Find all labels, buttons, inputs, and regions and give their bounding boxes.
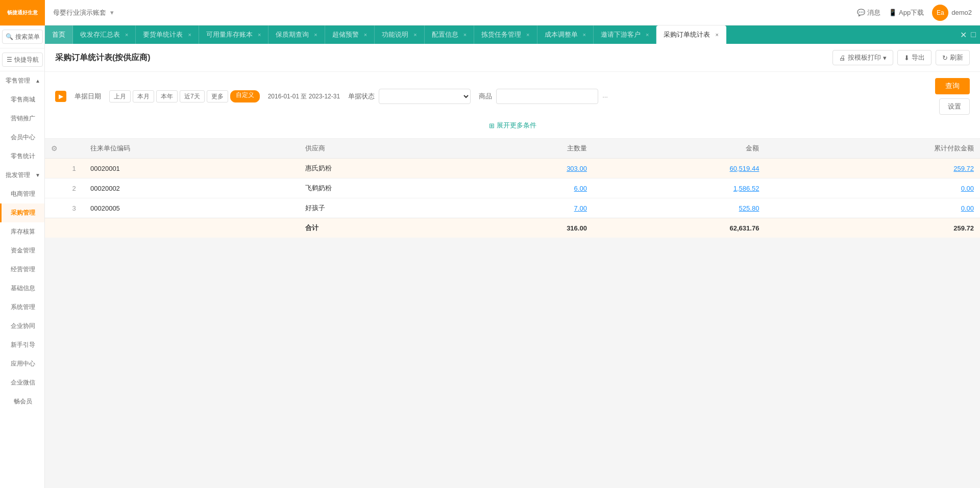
goods-filter-group: 商品 ···	[479, 89, 608, 104]
tab-close-shoufabuhui[interactable]: ×	[125, 32, 128, 38]
tab-close-caigoudantongjibiao[interactable]: ×	[715, 32, 718, 38]
sidebar-item-enterprise[interactable]: 企业协同	[0, 317, 44, 336]
message-button[interactable]: 💬 消息	[857, 8, 880, 17]
filter-toggle-button[interactable]: ▶	[55, 91, 66, 102]
row-paid-3[interactable]: 0.00	[765, 198, 980, 218]
status-select[interactable]	[379, 89, 471, 104]
row-supplier-2: 飞鹤奶粉	[299, 178, 459, 198]
row-main-qty-2[interactable]: 6.00	[459, 178, 593, 198]
sidebar-item-batch[interactable]: 批发管理▼	[0, 166, 44, 185]
sidebar-item-system[interactable]: 系统管理	[0, 298, 44, 317]
col-index-header	[64, 139, 84, 159]
tab-close-keyongliangkucunzhangben[interactable]: ×	[258, 32, 261, 38]
tab-chaochuyujing[interactable]: 超储预警×	[325, 25, 375, 44]
goods-more-icon[interactable]: ···	[602, 93, 608, 100]
sidebar-item-member[interactable]: 会员中心	[0, 128, 44, 147]
tab-bar-close-button[interactable]: ✕	[960, 30, 967, 40]
sidebar-item-vip[interactable]: 畅会员	[0, 392, 44, 411]
user-info-area[interactable]: Ea demo2	[932, 5, 972, 21]
tab-gongnengshuo[interactable]: 功能说明×	[375, 25, 424, 44]
sidebar-item-inventory[interactable]: 库存核算	[0, 222, 44, 241]
row-main-qty-3[interactable]: 7.00	[459, 198, 593, 218]
row-paid-2[interactable]: 0.00	[765, 178, 980, 198]
row-index-3: 3	[64, 198, 84, 218]
quick-nav-button[interactable]: ☰ 快捷导航	[2, 53, 43, 67]
row-main-qty-1[interactable]: 303.00	[459, 159, 593, 178]
row-settings-1	[45, 159, 64, 178]
row-paid-1[interactable]: 259.72	[765, 159, 980, 178]
tab-close-yaoqingxiayoukehupingjia[interactable]: ×	[646, 32, 649, 38]
app-download-button[interactable]: 📱 App下载	[889, 8, 924, 17]
date-quick-btns: 上月本月本年近7天更多自定义	[109, 90, 260, 102]
status-filter-group: 单据状态	[348, 89, 471, 104]
tab-close-gongnengshuo[interactable]: ×	[413, 32, 416, 38]
refresh-button[interactable]: ↻ 刷新	[936, 50, 970, 65]
date-btn-0[interactable]: 上月	[109, 90, 131, 102]
search-menu-button[interactable]: 🔍 搜索菜单	[2, 30, 43, 44]
date-btn-1[interactable]: 本月	[133, 90, 154, 102]
sidebar-item-wechat[interactable]: 企业微信	[0, 373, 44, 392]
footer-label: 合计	[299, 218, 459, 238]
workspace-dropdown-icon[interactable]: ▾	[110, 9, 114, 16]
row-amount-3[interactable]: 525.80	[593, 198, 765, 218]
row-amount-1[interactable]: 60,519.44	[593, 159, 765, 178]
sidebar-item-basic[interactable]: 基础信息	[0, 279, 44, 298]
tab-yaohuodanjitong[interactable]: 要货单统计表×	[136, 25, 199, 44]
date-btn-2[interactable]: 本年	[156, 90, 178, 102]
print-icon: 🖨	[839, 54, 846, 62]
sidebar-item-newguide[interactable]: 新手引导	[0, 336, 44, 354]
sidebar-item-purchase[interactable]: 采购管理	[0, 203, 44, 222]
sidebar-item-arrow-batch: ▼	[35, 172, 40, 178]
sidebar-item-arrow-zeroshop: ▲	[35, 78, 40, 84]
sidebar-item-ecommerce[interactable]: 电商管理	[0, 185, 44, 203]
sidebar-item-label-wechat: 企业微信	[11, 379, 35, 386]
sidebar-item-marketing[interactable]: 营销推广	[0, 109, 44, 128]
goods-input[interactable]	[496, 89, 598, 104]
table-footer-row: 合计 316.00 62,631.76 259.72	[45, 218, 980, 238]
sidebar-item-label-operation: 经营管理	[11, 266, 35, 273]
query-button[interactable]: 查询	[935, 78, 970, 94]
date-btn-3[interactable]: 近7天	[180, 90, 205, 102]
row-amount-2[interactable]: 1,586.52	[593, 178, 765, 198]
col-settings-icon[interactable]: ⚙	[51, 144, 58, 152]
header-right-area: 💬 消息 📱 App下载 Ea demo2	[857, 5, 972, 21]
tab-close-paihuorenwuguanli[interactable]: ×	[526, 32, 529, 38]
expand-more-button[interactable]: ⊞ 展开更多条件	[485, 119, 541, 132]
tab-home[interactable]: 首页	[45, 25, 73, 44]
date-btn-4[interactable]: 更多	[207, 90, 228, 102]
footer-empty-1	[45, 218, 64, 238]
workspace-selector-area[interactable]: 母婴行业演示账套 ▾	[53, 8, 114, 17]
date-custom-badge[interactable]: 自定义	[230, 90, 260, 102]
sidebar-item-label-zerostat: 零售统计	[11, 152, 35, 160]
tab-label-caigoudantongjibiao: 采购订单统计表	[664, 30, 710, 39]
tab-label-yaoqingxiayoukehupingjia: 邀请下游客户	[601, 30, 641, 39]
tab-caigoudantongjibiao[interactable]: 采购订单统计表×	[656, 25, 726, 44]
tab-close-chenbentiaozhen[interactable]: ×	[583, 32, 586, 38]
sidebar-item-zerostat[interactable]: 零售统计	[0, 147, 44, 166]
tab-shoufabuhui[interactable]: 收发存汇总表×	[73, 25, 136, 44]
sidebar-item-appcenter[interactable]: 应用中心	[0, 354, 44, 373]
tab-close-baozhaiqianchaxun[interactable]: ×	[314, 32, 317, 38]
tab-paihuorenwuguanli[interactable]: 拣货任务管理×	[474, 25, 537, 44]
tab-close-chaochuyujing[interactable]: ×	[364, 32, 367, 38]
tab-chenbentiaozhen[interactable]: 成本调整单×	[537, 25, 594, 44]
tab-close-peizhi[interactable]: ×	[463, 32, 467, 38]
sidebar-item-finance[interactable]: 资金管理	[0, 241, 44, 260]
sidebar-item-zeroshop[interactable]: 零售管理▲	[0, 71, 44, 90]
sidebar-item-label-appcenter: 应用中心	[11, 360, 35, 367]
export-button[interactable]: ⬇ 导出	[897, 50, 932, 65]
sidebar-item-operation[interactable]: 经营管理	[0, 260, 44, 279]
sidebar-item-zeroshop-child1[interactable]: 零售商城	[0, 90, 44, 109]
data-table: ⚙ 往来单位编码 供应商 主数量 金额 累计付款金额 1 00020001 惠氏…	[45, 139, 980, 238]
print-button[interactable]: 🖨 按模板打印 ▾	[832, 50, 893, 65]
tab-peizhi[interactable]: 配置信息×	[425, 25, 474, 44]
tab-keyongliangkucunzhangben[interactable]: 可用量库存账本×	[199, 25, 268, 44]
tab-close-yaohuodanjitong[interactable]: ×	[188, 32, 191, 38]
user-name: demo2	[951, 9, 972, 16]
settings-button[interactable]: 设置	[939, 98, 970, 115]
row-unit-code-1: 00020001	[84, 159, 299, 178]
tab-bar-expand-button[interactable]: □	[971, 30, 976, 39]
tab-baozhaiqianchaxun[interactable]: 保质期查询×	[268, 25, 325, 44]
page-content: 采购订单统计表(按供应商) 🖨 按模板打印 ▾ ⬇ 导出 ↻ 刷新	[45, 44, 980, 488]
tab-yaoqingxiayoukehupingjia[interactable]: 邀请下游客户×	[594, 25, 656, 44]
